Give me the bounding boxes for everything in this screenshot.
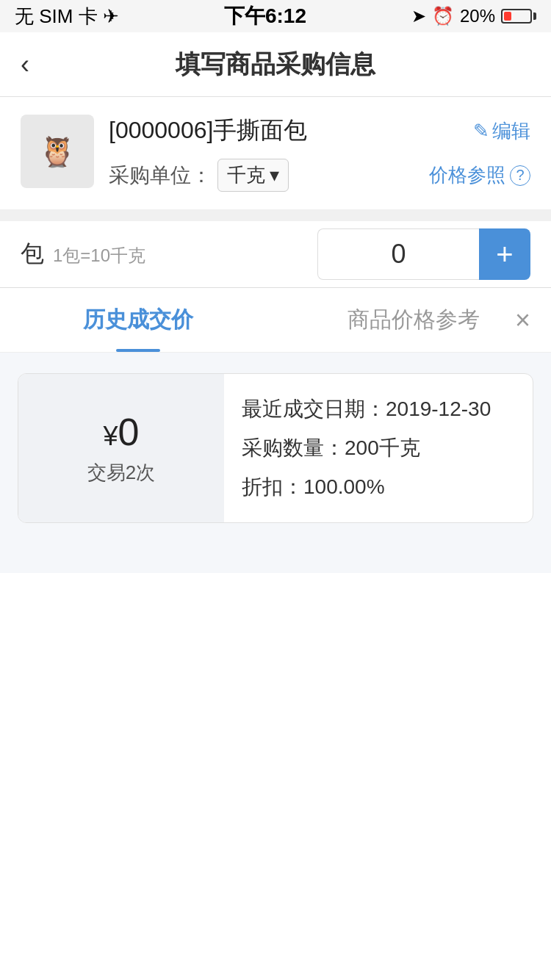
alarm-icon: ⏰ — [432, 6, 454, 26]
product-thumb-icon: 🦉 — [39, 134, 76, 169]
plus-icon: + — [496, 238, 513, 271]
discount-value: 100.00% — [303, 475, 385, 498]
history-card-right: 最近成交日期：2019-12-30 采购数量：200千克 折扣：100.00% — [224, 374, 533, 522]
recent-date-label: 最近成交日期： — [242, 397, 386, 420]
unit-select-dropdown[interactable]: 千克 ▾ — [217, 159, 289, 192]
nav-header: ‹ 填写商品采购信息 — [0, 32, 551, 97]
history-price-card: ¥0 交易2次 最近成交日期：2019-12-30 采购数量：200千克 折扣：… — [18, 373, 533, 523]
quantity-unit: 包 — [21, 238, 44, 270]
quantity-input-wrap: 0 + — [317, 228, 530, 280]
edit-icon: ✎ — [473, 120, 489, 143]
tab-history-price-label: 历史成交价 — [83, 305, 193, 335]
bottom-area — [0, 573, 551, 980]
product-unit-row: 采购单位： 千克 ▾ 价格参照 ? — [109, 159, 530, 192]
price-ref-label: 价格参照 — [429, 162, 505, 188]
transaction-count: 交易2次 — [87, 460, 155, 486]
quantity-conversion: 1包=10千克 — [53, 244, 145, 267]
price-panel: 历史成交价 商品价格参考 × ¥0 交易2次 最近成交日期：2019-12-30 — [0, 287, 551, 573]
product-info: [0000006]手撕面包 ✎ 编辑 采购单位： 千克 ▾ 价格参照 ? — [109, 115, 530, 192]
purchase-quantity-row: 采购数量：200千克 — [242, 433, 515, 462]
battery-indicator — [501, 9, 536, 24]
quantity-row: 包 1包=10千克 0 + — [0, 221, 551, 287]
signal-text: 无 SIM 卡 ✈ — [15, 4, 119, 29]
price-reference-button[interactable]: 价格参照 ? — [429, 162, 530, 188]
panel-content: ¥0 交易2次 最近成交日期：2019-12-30 采购数量：200千克 折扣：… — [0, 353, 551, 573]
tab-history-price[interactable]: 历史成交价 — [0, 288, 276, 352]
status-bar: 无 SIM 卡 ✈ 下午6:12 ➤ ⏰ 20% — [0, 0, 551, 32]
page-title: 填写商品采购信息 — [176, 48, 375, 82]
unit-selector-wrap: 采购单位： 千克 ▾ — [109, 159, 289, 192]
product-card: 🦉 [0000006]手撕面包 ✎ 编辑 采购单位： 千克 ▾ 价格参照 ? — [0, 97, 551, 209]
location-icon: ➤ — [411, 6, 426, 26]
currency-symbol: ¥ — [104, 421, 118, 451]
discount-row: 折扣：100.00% — [242, 472, 515, 501]
product-name: [0000006]手撕面包 — [109, 115, 307, 147]
tab-price-reference-label: 商品价格参考 — [347, 305, 480, 335]
quantity-value: 0 — [391, 239, 406, 270]
unit-label: 采购单位： — [109, 162, 212, 190]
status-left: 无 SIM 卡 ✈ — [15, 4, 119, 29]
panel-close-button[interactable]: × — [515, 307, 530, 334]
tab-active-indicator — [116, 349, 160, 352]
status-time: 下午6:12 — [224, 2, 306, 30]
price-value: 0 — [118, 411, 140, 453]
unit-value: 千克 — [227, 162, 265, 188]
dropdown-arrow-icon: ▾ — [270, 164, 279, 187]
edit-label: 编辑 — [492, 118, 530, 144]
product-header-row: [0000006]手撕面包 ✎ 编辑 — [109, 115, 530, 147]
recent-date-value: 2019-12-30 — [386, 397, 491, 420]
history-price-display: ¥0 — [104, 410, 140, 454]
recent-date-row: 最近成交日期：2019-12-30 — [242, 394, 515, 423]
quantity-plus-button[interactable]: + — [479, 228, 530, 280]
history-card-left: ¥0 交易2次 — [18, 374, 224, 522]
battery-percent: 20% — [460, 6, 495, 26]
panel-tabs: 历史成交价 商品价格参考 × — [0, 288, 551, 353]
price-ref-help-icon: ? — [510, 165, 530, 186]
edit-button[interactable]: ✎ 编辑 — [473, 118, 530, 144]
back-button[interactable]: ‹ — [21, 49, 29, 80]
tab-price-reference[interactable]: 商品价格参考 — [276, 288, 551, 352]
quantity-detail-label: 采购数量： — [242, 436, 345, 459]
discount-label: 折扣： — [242, 475, 303, 498]
section-divider — [0, 209, 551, 221]
status-right: ➤ ⏰ 20% — [411, 6, 536, 26]
product-thumbnail: 🦉 — [21, 115, 94, 188]
quantity-label-wrap: 包 1包=10千克 — [21, 238, 145, 270]
quantity-detail-value: 200千克 — [345, 436, 420, 459]
quantity-input[interactable]: 0 — [317, 228, 479, 280]
